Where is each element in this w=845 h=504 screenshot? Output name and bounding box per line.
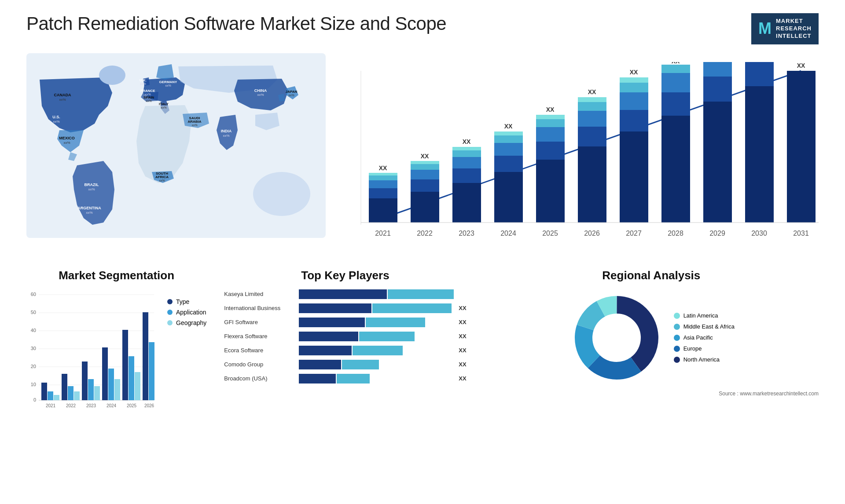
player-bar-2 bbox=[366, 318, 425, 327]
svg-rect-75 bbox=[536, 127, 565, 142]
player-bars bbox=[299, 318, 452, 327]
svg-text:xx%: xx% bbox=[140, 82, 146, 85]
svg-text:0: 0 bbox=[33, 397, 36, 402]
svg-text:40: 40 bbox=[31, 328, 36, 333]
svg-text:XX: XX bbox=[379, 164, 387, 172]
svg-text:XX: XX bbox=[546, 106, 555, 113]
regional-legend: Latin America Middle East & Africa Asia … bbox=[674, 312, 735, 363]
legend-geography: Geography bbox=[167, 319, 206, 326]
svg-rect-59 bbox=[411, 161, 439, 164]
player-bars bbox=[299, 289, 459, 299]
player-name: GFI Software bbox=[224, 319, 294, 325]
svg-text:2022: 2022 bbox=[66, 403, 76, 408]
svg-text:2027: 2027 bbox=[626, 230, 642, 237]
svg-text:XX: XX bbox=[504, 123, 513, 130]
legend-type: Type bbox=[167, 298, 206, 305]
player-row: Broadcom (USA) XX bbox=[224, 374, 466, 383]
svg-rect-80 bbox=[578, 127, 606, 146]
source-text: Source : www.marketresearchintellect.com bbox=[484, 391, 819, 397]
svg-rect-67 bbox=[494, 172, 523, 223]
legend-north-america: North America bbox=[674, 356, 735, 363]
svg-rect-50 bbox=[369, 188, 397, 198]
svg-text:XX: XX bbox=[421, 153, 429, 160]
svg-text:2025: 2025 bbox=[542, 230, 558, 237]
svg-text:AFRICA: AFRICA bbox=[155, 175, 169, 179]
svg-rect-81 bbox=[578, 111, 606, 127]
dot-mea bbox=[674, 324, 680, 330]
svg-rect-61 bbox=[452, 183, 481, 223]
svg-point-148 bbox=[594, 315, 639, 361]
player-bar-1 bbox=[299, 332, 358, 341]
growth-chart: 2021 2022 2023 2024 2025 2026 2027 2028 … bbox=[334, 53, 819, 256]
svg-text:BRAZIL: BRAZIL bbox=[84, 183, 99, 187]
player-name: International Business bbox=[224, 305, 294, 311]
legend-label-type: Type bbox=[176, 298, 189, 305]
player-row: Flexera Software XX bbox=[224, 332, 466, 341]
player-bars bbox=[299, 360, 452, 369]
svg-rect-88 bbox=[620, 83, 648, 92]
svg-rect-79 bbox=[578, 146, 606, 223]
svg-text:2031: 2031 bbox=[793, 230, 809, 237]
svg-text:ITALY: ITALY bbox=[159, 102, 169, 106]
svg-text:2024: 2024 bbox=[500, 230, 516, 237]
svg-rect-82 bbox=[578, 102, 606, 111]
legend-application: Application bbox=[167, 309, 206, 316]
player-bars bbox=[299, 303, 452, 313]
svg-text:FRANCE: FRANCE bbox=[140, 89, 155, 93]
svg-text:2023: 2023 bbox=[86, 403, 96, 408]
svg-rect-69 bbox=[494, 143, 523, 156]
legend-asia-pacific: Asia Pacific bbox=[674, 334, 735, 341]
regional-title: Regional Analysis bbox=[484, 269, 819, 282]
player-bar-1 bbox=[299, 374, 336, 383]
dot-europe bbox=[674, 346, 680, 352]
legend-mea: Middle East & Africa bbox=[674, 323, 735, 330]
svg-rect-92 bbox=[661, 92, 690, 116]
svg-rect-62 bbox=[452, 168, 481, 183]
dot-north-america bbox=[674, 357, 680, 363]
svg-text:xx%: xx% bbox=[223, 134, 229, 138]
svg-text:xx%: xx% bbox=[159, 179, 165, 182]
svg-point-1 bbox=[99, 66, 125, 85]
legend-europe: Europe bbox=[674, 345, 735, 352]
legend-dot-type bbox=[167, 299, 173, 304]
svg-rect-56 bbox=[411, 179, 439, 192]
player-row: Comodo Group XX bbox=[224, 360, 466, 369]
player-name: Kaseya Limited bbox=[224, 291, 294, 297]
svg-text:SPAIN: SPAIN bbox=[143, 95, 154, 99]
svg-rect-65 bbox=[452, 147, 481, 150]
svg-text:2026: 2026 bbox=[144, 403, 154, 408]
svg-text:10: 10 bbox=[31, 382, 36, 387]
legend-label-application: Application bbox=[176, 309, 206, 316]
svg-rect-125 bbox=[68, 386, 73, 400]
player-name: Broadcom (USA) bbox=[224, 375, 294, 382]
svg-rect-97 bbox=[703, 77, 732, 102]
player-row: GFI Software XX bbox=[224, 318, 466, 327]
player-row: Kaseya Limited bbox=[224, 289, 466, 299]
svg-rect-73 bbox=[536, 160, 565, 223]
player-val: XX bbox=[459, 361, 466, 368]
svg-text:JAPAN: JAPAN bbox=[286, 90, 298, 94]
svg-text:xx%: xx% bbox=[63, 141, 70, 145]
svg-text:50: 50 bbox=[31, 310, 36, 315]
svg-text:2025: 2025 bbox=[127, 403, 137, 408]
svg-text:XX: XX bbox=[630, 69, 638, 76]
svg-text:XX: XX bbox=[672, 62, 680, 65]
svg-text:2021: 2021 bbox=[375, 230, 391, 237]
map-section: CANADA xx% U.S. xx% MEXICO xx% BRAZIL xx… bbox=[26, 53, 326, 256]
svg-rect-76 bbox=[536, 119, 565, 127]
player-name: Comodo Group bbox=[224, 361, 294, 368]
svg-rect-53 bbox=[369, 173, 397, 175]
svg-text:CANADA: CANADA bbox=[54, 93, 71, 97]
logo-letter: M bbox=[758, 19, 772, 38]
svg-text:MEXICO: MEXICO bbox=[59, 136, 75, 140]
svg-rect-68 bbox=[494, 156, 523, 172]
svg-text:xx%: xx% bbox=[288, 94, 294, 97]
player-bar-2 bbox=[388, 289, 454, 299]
svg-text:XX: XX bbox=[797, 62, 805, 69]
svg-text:GERMANY: GERMANY bbox=[159, 80, 178, 84]
top-row: CANADA xx% U.S. xx% MEXICO xx% BRAZIL xx… bbox=[26, 53, 819, 256]
svg-text:20: 20 bbox=[31, 364, 36, 369]
player-bars bbox=[299, 332, 452, 341]
svg-text:xx%: xx% bbox=[191, 124, 197, 127]
dot-asia-pacific bbox=[674, 335, 680, 341]
